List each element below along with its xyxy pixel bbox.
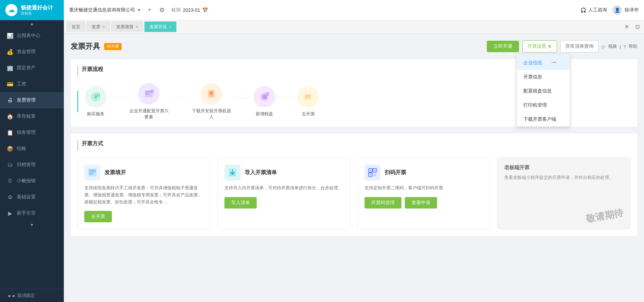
process-taxdisk-label: 新增税盘 [256, 111, 273, 117]
headset-icon: 🎧 [581, 7, 586, 13]
view-application-button[interactable]: 查看申请 [405, 197, 437, 209]
scroll-up[interactable]: ▲ [0, 20, 64, 28]
sidebar-item-label: 云报表中心 [17, 33, 40, 39]
settings-button[interactable]: 开票设置 ▼ [522, 40, 557, 52]
tabbar: 首页 发票 × 发票测算 × 发票开具 × ✕ ⊡ [64, 20, 644, 34]
svg-rect-16 [210, 92, 212, 94]
sidebar-item-settle[interactable]: 📦 结账 [0, 141, 64, 157]
dropdown-item-company-info[interactable]: 企业信息 → [517, 54, 570, 70]
sidebar-item-archive[interactable]: 🗂 归档管理 [0, 157, 64, 173]
process-step-go-invoice: 去开票 [297, 86, 319, 117]
sidebar-item-label: 基础设置 [17, 194, 36, 200]
tab-invoice-close[interactable]: × [102, 25, 105, 29]
settings-button-label: 开票设置 [527, 43, 546, 49]
fixed-assets-icon: 🏢 [7, 65, 13, 71]
tab-invoice-test-close[interactable]: × [136, 25, 138, 29]
cancel-pin-button[interactable]: ◄◄ 取消固定 [0, 289, 64, 302]
dropdown-tax-disk-label: 配置税盘信息 [523, 88, 552, 93]
tab-home[interactable]: 首页 [67, 22, 85, 32]
process-step-config: 企业开通配置开票六要素 [129, 83, 169, 120]
activate-button[interactable]: 立即开通 [487, 41, 519, 52]
tab-invoice-open[interactable]: 发票开具 × [144, 22, 176, 32]
svg-point-1 [95, 97, 97, 99]
avatar: 👤 [612, 5, 622, 15]
qr-code-mgmt-button[interactable]: 开票码管理 [364, 197, 401, 209]
help-label[interactable]: 帮助 [629, 43, 637, 49]
import-invoice-icon [224, 164, 241, 181]
page-header: 发票开具 待开通 立即开通 开票设置 ▼ 企业信息 → [71, 40, 637, 52]
method-card-boss: 老板端开票 查看老板端小程序提交的开票申请，并作出相应的处理。 敬请期待 [497, 157, 631, 229]
user-menu[interactable]: 👤 徐泽华 [612, 5, 639, 15]
maximize-window-button[interactable]: ⊡ [633, 23, 641, 31]
scroll-down[interactable]: ▼ [0, 221, 64, 229]
sidebar-item-label: 税务管理 [17, 129, 36, 136]
sidebar-item-tax-mgmt[interactable]: 📋 税务管理 [0, 124, 64, 141]
scan-invoice-icon [364, 164, 381, 181]
sidebar: ☁ 畅捷通好会计 旗舰版 ▲ 📊 云报表中心 💰 资金管理 🏢 固定资产 💳 [0, 0, 64, 302]
sidebar-item-label: 固定资产 [17, 65, 36, 71]
company-selector[interactable]: 重庆畅捷交通信息咨询有限公司 ▼ [69, 7, 141, 13]
sidebar-item-fund-mgmt[interactable]: 💰 资金管理 [0, 44, 64, 60]
buy-service-icon [85, 86, 106, 108]
dropdown-download-client-label: 下载开票客户端 [523, 116, 556, 122]
scan-card-title: 扫码开票 [385, 169, 406, 176]
dropdown-item-invoice-info[interactable]: 开票信息 [517, 70, 570, 84]
svg-rect-9 [145, 93, 150, 93]
video-label[interactable]: 视频 [608, 43, 617, 49]
tax-mgmt-icon: 📋 [7, 129, 13, 136]
dropdown-item-printer[interactable]: 打印机管理 [517, 98, 570, 112]
add-company-button[interactable]: + [146, 5, 153, 15]
period-selector[interactable]: 账期 2023-01 📅 [171, 7, 208, 13]
tab-invoice-open-close[interactable]: × [169, 25, 171, 29]
sidebar-item-cloud-report[interactable]: 📊 云报表中心 [0, 28, 64, 44]
dropdown-item-download-client[interactable]: 下载开票客户端 [517, 112, 570, 126]
sidebar-item-basic-settings[interactable]: ⚙ 基础设置 [0, 189, 64, 205]
process-arrow-2: · · · · · [172, 94, 188, 110]
boss-overlay-text: 敬请期待 [585, 206, 625, 226]
pin-icon: ◄◄ [7, 293, 15, 298]
boss-card-desc: 查看老板端小程序提交的开票申请，并作出相应的处理。 [504, 174, 624, 181]
tab-invoice-test[interactable]: 发票测算 × [111, 22, 143, 32]
help-icon: ? [624, 44, 626, 49]
scan-card-buttons: 开票码管理 查看申请 [364, 197, 484, 209]
sidebar-item-salary[interactable]: 💳 工资 [0, 76, 64, 92]
sidebar-item-invoice-mgmt[interactable]: 🖨 发票管理 [0, 92, 64, 108]
sidebar-item-xiaochang[interactable]: © 小畅报销 [0, 173, 64, 189]
sidebar-item-inventory[interactable]: 🏠 库存核算 [0, 108, 64, 124]
main-area: 重庆畅捷交通信息咨询有限公司 ▼ + ⚙ 账期 2023-01 📅 🎧 人工咨询… [64, 0, 644, 302]
sidebar-item-fixed-assets[interactable]: 🏢 固定资产 [0, 60, 64, 76]
go-invoice-icon [297, 86, 319, 108]
tab-invoice-test-label: 发票测算 [116, 24, 134, 30]
support-button[interactable]: 🎧 人工咨询 [581, 7, 607, 13]
svg-rect-42 [375, 174, 376, 175]
close-window-button[interactable]: ✕ [622, 23, 631, 31]
archive-icon: 🗂 [7, 161, 13, 168]
svg-rect-32 [89, 174, 92, 175]
header-actions: 立即开通 开票设置 ▼ 企业信息 → 开票信息 [487, 40, 637, 52]
svg-rect-43 [374, 175, 375, 176]
query-button[interactable]: 异常清单查询 [560, 40, 599, 52]
basic-settings-icon: ⚙ [7, 194, 13, 200]
settings-icon[interactable]: ⚙ [158, 5, 166, 15]
import-list-button[interactable]: 导入清单 [224, 197, 257, 209]
status-badge: 待开通 [104, 43, 122, 50]
method-card-import: 导入开票清单 支持导入待开票清单，可对待开票清单进行拆分、合并处理。 导入清单 [217, 157, 351, 229]
process-arrow-1: · · · · · [109, 94, 126, 110]
fill-go-invoice-button[interactable]: 去开票 [84, 211, 112, 222]
taxdisk-icon: 税 [254, 86, 275, 108]
dropdown-item-tax-disk[interactable]: 配置税盘信息 [517, 84, 570, 98]
fill-card-desc: 支持按照发票样式手工填开发票；可开具增值税电子普通发票、增值税普通发票、增值税专… [84, 185, 204, 205]
play-icon: ▷ [602, 44, 605, 49]
svg-text:税: 税 [263, 95, 267, 100]
process-start-line [77, 91, 78, 112]
process-arrow-3: · · · · · [234, 94, 251, 110]
xiaochang-icon: © [7, 178, 13, 184]
scan-card-header: 扫码开票 [364, 164, 484, 181]
sidebar-logo: ☁ 畅捷通好会计 旗舰版 [0, 0, 64, 20]
support-label: 人工咨询 [588, 7, 607, 13]
logo-title: 畅捷通好会计 [21, 4, 53, 11]
logo-subtitle: 旗舰版 [21, 11, 53, 16]
sidebar-item-new-guide[interactable]: ▶ 新手引导 [0, 205, 64, 221]
svg-rect-30 [89, 172, 96, 172]
tab-invoice[interactable]: 发票 × [87, 22, 110, 32]
